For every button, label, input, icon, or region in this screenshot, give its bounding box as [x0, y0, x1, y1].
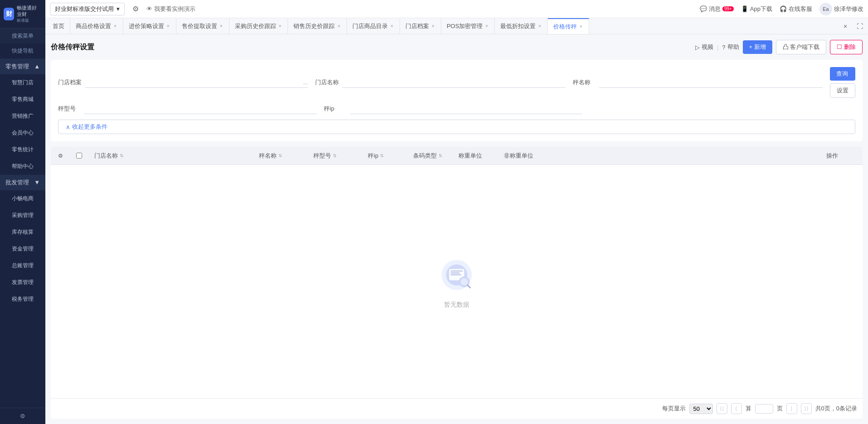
tab-sale-extract-close[interactable]: ×: [219, 24, 224, 29]
tab-purchase-strategy-close[interactable]: ×: [166, 24, 171, 29]
video-label: 视频: [702, 43, 713, 51]
tab-purchase-history[interactable]: 采购历史价跟踪 ×: [229, 18, 288, 34]
tab-home-label: 首页: [53, 22, 64, 30]
th-non-weight-unit: 非称重单位: [500, 152, 823, 160]
page-label: 算: [746, 405, 751, 413]
tab-purchase-history-close[interactable]: ×: [278, 24, 283, 29]
eye-icon: 👁: [146, 5, 152, 12]
scale-type-input[interactable]: [84, 103, 317, 114]
prev-page-btn[interactable]: ⟨: [731, 403, 742, 414]
tab-store-file-close[interactable]: ×: [431, 24, 435, 29]
video-link[interactable]: ▷ 视频: [695, 43, 713, 51]
store-name-input[interactable]: [342, 77, 565, 88]
headset-icon: 🎧: [780, 5, 787, 12]
menu-ledger[interactable]: 总账管理: [0, 257, 45, 274]
sort-scale-name-icon: ⇅: [278, 153, 282, 158]
settings-filter-button[interactable]: 设置: [830, 83, 855, 98]
store-file-more-btn[interactable]: ...: [303, 79, 308, 86]
tab-purchase-strategy[interactable]: 进价策略设置 ×: [123, 18, 176, 34]
select-all-checkbox[interactable]: [76, 153, 82, 159]
menu-invoice[interactable]: 发票管理: [0, 274, 45, 291]
query-button[interactable]: 查询: [830, 67, 855, 81]
search-menu[interactable]: 搜索菜单: [0, 29, 45, 43]
tab-price-scale-label: 价格传秤: [553, 23, 577, 31]
menu-retail-mall[interactable]: 零售商城: [0, 91, 45, 108]
th-scale-type[interactable]: 秤型号 ⇅: [310, 152, 364, 160]
help-link[interactable]: ? 帮助: [722, 43, 739, 51]
page-input[interactable]: 1: [755, 404, 773, 414]
tab-price-scale[interactable]: 价格传秤 ×: [548, 18, 589, 34]
topbar-settings-btn[interactable]: ⚙: [129, 3, 142, 15]
version-selector[interactable]: 好业财标准版交付试用 ▾: [50, 3, 125, 15]
demo-text: 我要看实例演示: [154, 5, 195, 13]
tab-discount[interactable]: 最低折扣设置 ×: [495, 18, 548, 34]
th-settings[interactable]: ⚙: [54, 153, 73, 159]
sidebar-settings[interactable]: ⚙: [0, 408, 45, 424]
scale-name-input[interactable]: [599, 77, 823, 88]
store-file-input[interactable]: [85, 77, 303, 87]
table-container: ⚙ 门店名称 ⇅ 秤名称 ⇅ 秤型号 ⇅ 秤ip ⇅: [51, 147, 863, 419]
filter-row-1: 门店档案 ... 门店名称 秤名称 查询 设置: [58, 67, 855, 98]
svg-point-7: [460, 278, 468, 285]
menu-ecommerce[interactable]: 小畅电商: [0, 190, 45, 207]
next-page-btn[interactable]: ⟩: [786, 403, 797, 414]
menu-finance[interactable]: 资金管理: [0, 241, 45, 257]
menu-marketing[interactable]: 营销推广: [0, 108, 45, 125]
tab-sale-extract[interactable]: 售价提取设置 ×: [176, 18, 229, 34]
sidebar: 财 畅捷通好业财 标准版 搜索菜单 快捷导航 零售管理 ▲ 智慧门店 零售商城 …: [0, 0, 45, 424]
section-retail[interactable]: 零售管理 ▲: [0, 59, 45, 74]
download-button[interactable]: 凸 客户端下载: [776, 40, 827, 54]
menu-member[interactable]: 会员中心: [0, 125, 45, 141]
th-barcode-type[interactable]: 条码类型 ⇅: [410, 152, 455, 160]
sort-barcode-icon: ⇅: [439, 153, 442, 158]
th-scale-name[interactable]: 秤名称 ⇅: [255, 152, 310, 160]
tab-sale-history-close[interactable]: ×: [336, 24, 341, 29]
delete-button[interactable]: ☐ 删除: [830, 40, 863, 54]
tab-price-settings[interactable]: 商品价格设置 ×: [70, 18, 123, 34]
th-scale-type-label: 秤型号: [313, 152, 331, 160]
tab-store-file[interactable]: 门店档案 ×: [400, 18, 441, 34]
tab-sale-history[interactable]: 销售历史价跟踪 ×: [288, 18, 347, 34]
tab-store-catalog[interactable]: 门店商品目录 ×: [347, 18, 400, 34]
tab-price-settings-close[interactable]: ×: [113, 24, 117, 29]
last-page-btn[interactable]: ⟩⟩: [801, 403, 812, 414]
message-btn[interactable]: 💬 消息 99+: [700, 5, 734, 13]
per-page-select[interactable]: 50 10 20 100: [689, 404, 713, 414]
app-download-btn[interactable]: 📱 App下载: [741, 5, 772, 13]
tab-store-catalog-close[interactable]: ×: [390, 24, 394, 29]
section-wholesale[interactable]: 批发管理 ▼: [0, 175, 45, 190]
th-actions: 操作: [823, 152, 859, 160]
menu-inventory[interactable]: 库存核算: [0, 224, 45, 241]
tab-discount-close[interactable]: ×: [537, 24, 542, 29]
scale-type-label: 秤型号: [58, 105, 81, 113]
online-service-btn[interactable]: 🎧 在线客服: [780, 5, 812, 13]
first-page-btn[interactable]: ⟨⟨: [717, 403, 727, 414]
th-checkbox[interactable]: [73, 153, 91, 159]
tab-home[interactable]: 首页: [47, 18, 70, 34]
table-header: ⚙ 门店名称 ⇅ 秤名称 ⇅ 秤型号 ⇅ 秤ip ⇅: [51, 147, 863, 165]
tab-pos-close[interactable]: ×: [484, 24, 489, 29]
add-button[interactable]: + 新增: [743, 40, 772, 54]
menu-purchase[interactable]: 采购管理: [0, 207, 45, 224]
close-all-tabs-btn[interactable]: ×: [839, 20, 852, 33]
user-area[interactable]: Ea 徐泽华修改: [819, 3, 863, 15]
expand-tabs-btn[interactable]: ⛶: [853, 20, 866, 33]
menu-smart-store[interactable]: 智慧门店: [0, 74, 45, 91]
scale-ip-input[interactable]: [350, 103, 582, 114]
menu-help[interactable]: 帮助中心: [0, 158, 45, 175]
total-text: 共0页，0条记录: [815, 405, 857, 413]
demo-link[interactable]: 👁 我要看实例演示: [146, 5, 195, 13]
th-scale-ip[interactable]: 秤ip ⇅: [364, 152, 410, 160]
per-page-label: 每页显示: [662, 405, 686, 413]
tab-sale-history-label: 销售历史价跟踪: [293, 22, 335, 30]
collapse-btn[interactable]: ∧ 收起更多条件: [58, 120, 855, 134]
menu-tax[interactable]: 税务管理: [0, 291, 45, 308]
tab-pos[interactable]: POS加密管理 ×: [441, 18, 495, 34]
message-icon: 💬: [700, 5, 707, 12]
th-store-name[interactable]: 门店名称 ⇅: [91, 152, 255, 160]
tab-price-scale-close[interactable]: ×: [579, 24, 583, 29]
version-selector-text: 好业财标准版交付试用: [55, 5, 114, 13]
quick-nav[interactable]: 快捷导航: [0, 43, 45, 59]
menu-retail-stats[interactable]: 零售统计: [0, 141, 45, 158]
topbar-right: 💬 消息 99+ 📱 App下载 🎧 在线客服 Ea 徐泽华修改: [700, 3, 863, 15]
